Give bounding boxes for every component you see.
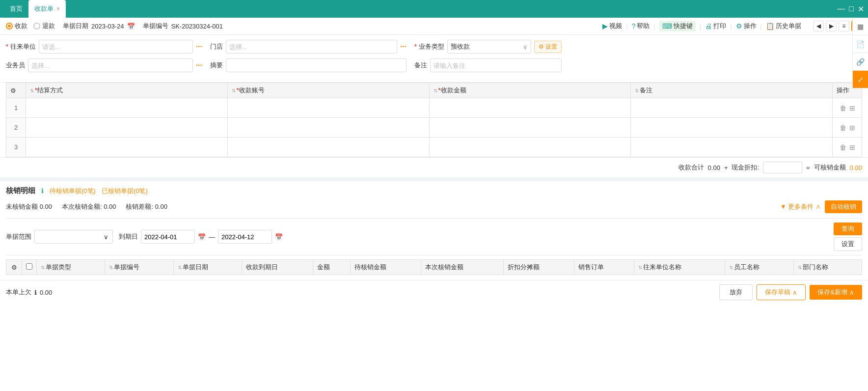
save-draft-arrow[interactable]: ∧	[792, 289, 797, 296]
row-2-account-input[interactable]	[228, 118, 429, 137]
select-all-checkbox[interactable]	[26, 263, 32, 270]
pending-tab[interactable]: 待核销单据(0笔)	[50, 187, 96, 196]
row-3-settle[interactable]	[26, 138, 228, 157]
maximize-btn[interactable]: □	[849, 4, 854, 13]
radio-receipt[interactable]: 收款	[6, 22, 27, 30]
stat-row: 未核销金额 0.00 本次核销金额: 0.00 核销差额: 0.00 ▼ 更多条…	[6, 200, 862, 213]
data-table-wrapper: ⚙ ⇅*结算方式 ⇅*收款账号 ⇅*收款金额 ⇅备注 操作	[0, 83, 868, 157]
action-shortcut[interactable]: ⌨ 快捷键	[659, 21, 696, 31]
row-2-copy-icon[interactable]: ⊞	[849, 124, 855, 132]
range-select[interactable]: ∨	[34, 230, 113, 244]
list-view-icon[interactable]: ≡	[839, 21, 849, 31]
action-operation[interactable]: ⚙ 操作	[736, 22, 757, 30]
col-current-amount: 本次核销金额	[421, 260, 504, 275]
row-1-remark[interactable]	[631, 98, 833, 118]
done-tab[interactable]: 已核销单据(0笔)	[102, 187, 148, 196]
sidebar-table-icon[interactable]: ▦	[853, 18, 868, 35]
next-icon[interactable]: ▶	[826, 21, 837, 31]
date-cal-icon[interactable]: 📅	[127, 23, 135, 30]
close-btn[interactable]: ✕	[858, 4, 864, 14]
cal-icon-end[interactable]: 📅	[275, 233, 283, 241]
col-checkbox[interactable]	[22, 260, 37, 275]
col-gear[interactable]: ⚙	[6, 260, 22, 275]
due-date-end-input[interactable]	[218, 230, 272, 244]
help-icon: ?	[632, 22, 636, 30]
action-history[interactable]: 📋 历史单据	[766, 22, 801, 30]
row-1-delete-icon[interactable]: 🗑	[840, 104, 846, 112]
nav-home[interactable]: 首页	[4, 0, 28, 18]
row-2-remark-input[interactable]	[631, 118, 832, 137]
abandon-btn[interactable]: 放弃	[719, 284, 753, 300]
search-row: 单据范围 ∨ 到期日 📅 — 📅 查询 设置	[6, 218, 862, 255]
settings-btn-form[interactable]: ⚙ 设置	[534, 41, 562, 53]
date-value[interactable]: 2023-03-24	[91, 23, 124, 30]
due-date-label: 到期日	[119, 232, 138, 241]
row-3-settle-input[interactable]	[26, 138, 227, 157]
nav-tab-receipt[interactable]: 收款单 ×	[28, 0, 66, 18]
auto-verify-btn[interactable]: 自动核销	[825, 200, 862, 213]
row-2-settle[interactable]	[26, 118, 228, 138]
row-1-account-input[interactable]	[228, 98, 429, 117]
row-1-copy-icon[interactable]: ⊞	[849, 104, 855, 112]
store-label: 门店	[210, 42, 223, 51]
info-icon[interactable]: ℹ	[41, 187, 44, 195]
row-1-amount-input[interactable]	[430, 98, 631, 117]
counterparty-ellipsis[interactable]: ···	[196, 42, 202, 51]
row-3-remark[interactable]	[631, 138, 833, 157]
save-new-arrow[interactable]: ∧	[849, 289, 854, 296]
tab-close[interactable]: ×	[56, 5, 60, 12]
remark-input[interactable]	[430, 58, 562, 72]
order-limit-info-icon[interactable]: ℹ	[34, 289, 37, 296]
save-draft-btn[interactable]: 保存草稿 ∧	[757, 284, 806, 300]
due-date-start-input[interactable]	[141, 230, 195, 244]
summary-field: 摘要	[210, 58, 407, 72]
row-3-delete-icon[interactable]: 🗑	[840, 143, 846, 151]
remark-field: 备注	[414, 58, 562, 72]
save-new-btn[interactable]: 保存&新增 ∧	[810, 285, 862, 300]
action-print[interactable]: 🖨 打印	[705, 22, 726, 30]
row-1-settle-input[interactable]	[26, 98, 227, 117]
col-header-settle: ⇅*结算方式	[26, 83, 228, 98]
staff-input[interactable]	[28, 58, 193, 72]
query-btn[interactable]: 查询	[834, 223, 862, 235]
store-input[interactable]	[226, 40, 397, 54]
biz-type-select[interactable]: 预收款 ∨	[447, 40, 531, 54]
summary-input[interactable]	[226, 58, 407, 72]
row-2-settle-input[interactable]	[26, 118, 227, 137]
sidebar-document-icon[interactable]: 📄	[853, 35, 868, 53]
more-conditions-link[interactable]: ▼ 更多条件 ∧	[780, 202, 821, 211]
shortcut-icon: ⌨	[662, 22, 672, 30]
row-1-amount[interactable]	[429, 98, 631, 118]
row-1-settle[interactable]	[26, 98, 228, 118]
sidebar-link-icon[interactable]: 🔗	[853, 53, 868, 71]
row-2-remark[interactable]	[631, 118, 833, 138]
col-due-date: 收款到期日	[242, 260, 313, 275]
prev-icon[interactable]: ◀	[813, 21, 824, 31]
row-1-remark-input[interactable]	[631, 98, 832, 117]
table-gear-header[interactable]: ⚙	[6, 83, 26, 98]
action-video[interactable]: ▶ 视频	[602, 22, 622, 30]
sidebar-expand-icon[interactable]: ⤢	[853, 71, 868, 88]
store-ellipsis[interactable]: ···	[400, 42, 407, 51]
row-2-delete-icon[interactable]: 🗑	[840, 124, 846, 132]
operation-icon: ⚙	[736, 22, 742, 30]
row-2-account[interactable]	[227, 118, 429, 138]
row-2-amount[interactable]	[429, 118, 631, 138]
row-3-amount-input[interactable]	[430, 138, 631, 157]
staff-ellipsis[interactable]: ···	[196, 61, 202, 70]
range-label: 单据范围	[6, 232, 31, 241]
row-3-account-input[interactable]	[228, 138, 429, 157]
radio-refund[interactable]: 退款	[33, 22, 55, 30]
settings-btn-search[interactable]: 设置	[834, 237, 862, 251]
row-3-copy-icon[interactable]: ⊞	[849, 143, 855, 151]
row-3-account[interactable]	[227, 138, 429, 157]
discount-input[interactable]	[763, 162, 802, 173]
row-3-amount[interactable]	[429, 138, 631, 157]
row-3-remark-input[interactable]	[631, 138, 832, 157]
action-help[interactable]: ? 帮助	[632, 22, 650, 30]
minimize-btn[interactable]: —	[837, 4, 845, 13]
cal-icon-start[interactable]: 📅	[198, 233, 206, 241]
counterparty-input[interactable]	[39, 40, 193, 54]
row-1-account[interactable]	[227, 98, 429, 118]
row-2-amount-input[interactable]	[430, 118, 631, 137]
